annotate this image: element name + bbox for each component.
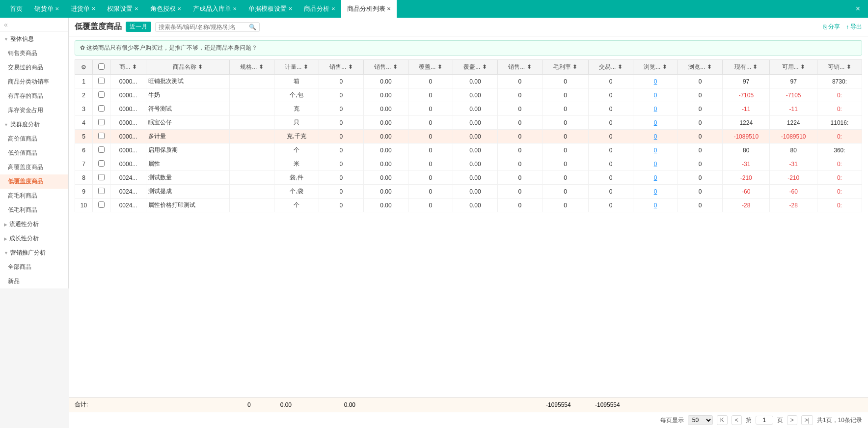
column-gross-margin[interactable]: 毛利率 ⬍ <box>542 60 588 75</box>
nav-sales-order[interactable]: 销货单 × <box>28 0 65 18</box>
sidebar-item-new-goods[interactable]: 新品 <box>0 274 68 288</box>
column-name[interactable]: 商品名称 ⬍ <box>146 60 230 75</box>
sidebar-item-in-stock-goods[interactable]: 有库存的商品 <box>0 89 68 103</box>
content-header: 低覆盖度商品 近一月 🔍 ⎘ 分享 ↑ 导出 <box>69 18 868 36</box>
cell-available-stock: -11 <box>770 102 817 116</box>
column-trade[interactable]: 交易... ⬍ <box>589 60 633 75</box>
cell-sales-amt: 0.00 <box>363 199 408 212</box>
cell-cover1: 0 <box>408 199 453 212</box>
column-sales-amt[interactable]: 销售... ⬍ <box>363 60 408 75</box>
row-checkbox[interactable] <box>98 105 105 112</box>
row-checkbox[interactable] <box>98 160 105 167</box>
sidebar-item-low-value[interactable]: 低价值商品 <box>0 146 68 160</box>
nav-product-warehouse[interactable]: 产成品入库单 × <box>187 0 243 18</box>
footer-cells: 0 0.00 0.00 -1095554 -1095554 <box>92 401 862 408</box>
cell-spec <box>229 199 274 212</box>
select-all-checkbox[interactable] <box>98 63 105 70</box>
sidebar-item-capital-occupation[interactable]: 库存资金占用 <box>0 103 68 117</box>
row-checkbox[interactable] <box>98 78 105 84</box>
page-size-select[interactable]: 50 100 200 <box>688 415 713 425</box>
first-page-btn[interactable]: K <box>717 415 728 425</box>
sidebar-section-cluster[interactable]: ▼ 类群度分析 <box>0 117 68 132</box>
pagination: 每页显示 50 100 200 K < 第 页 > >| 共1页，10条记录 <box>69 412 868 428</box>
cell-browse1[interactable]: 0 <box>633 199 678 212</box>
cell-unit: 米 <box>274 157 319 171</box>
current-page-input[interactable] <box>756 416 773 425</box>
nav-product-analysis[interactable]: 商品分析 × <box>298 0 341 18</box>
sidebar-section-marketing[interactable]: ▼ 营销推广分析 <box>0 246 68 260</box>
sidebar-item-sales-goods[interactable]: 销售类商品 <box>0 46 68 60</box>
column-browse1[interactable]: 浏览... ⬍ <box>633 60 678 75</box>
cell-gross-margin: 0 <box>542 143 588 157</box>
column-sales-count[interactable]: 销售... ⬍ <box>497 60 542 75</box>
cell-name: 多计量 <box>146 130 230 143</box>
search-input[interactable] <box>159 24 247 30</box>
column-spec[interactable]: 规格... ⬍ <box>229 60 274 75</box>
share-button[interactable]: ⎘ 分享 <box>823 23 840 31</box>
nav-product-analysis-list[interactable]: 商品分析列表 × <box>341 0 397 18</box>
cell-browse1[interactable]: 0 <box>633 171 678 185</box>
cell-browse1[interactable]: 0 <box>633 143 678 157</box>
column-cover2[interactable]: 覆盖... ⬍ <box>453 60 497 75</box>
column-available-stock[interactable]: 可用... ⬍ <box>770 60 817 75</box>
column-sales-qty[interactable]: 销售... ⬍ <box>319 60 363 75</box>
column-browse2[interactable]: 浏览... ⬍ <box>678 60 723 75</box>
cell-sales-amt: 0.00 <box>363 171 408 185</box>
cell-cover1: 0 <box>408 157 453 171</box>
next-page-btn[interactable]: > <box>787 415 797 425</box>
nav-home[interactable]: 首页 <box>4 0 28 18</box>
column-settings[interactable]: ⚙ <box>75 60 93 75</box>
cell-browse1[interactable]: 0 <box>633 157 678 171</box>
sidebar-item-high-gross[interactable]: 高毛利商品 <box>0 189 68 203</box>
row-checkbox[interactable] <box>98 133 105 139</box>
period-button[interactable]: 近一月 <box>126 22 151 32</box>
row-checkbox[interactable] <box>98 91 105 98</box>
sidebar-section-growth[interactable]: ▶ 成长性分析 <box>0 231 68 246</box>
cell-spec <box>229 88 274 102</box>
sidebar-item-low-gross[interactable]: 低毛利商品 <box>0 203 68 217</box>
sidebar-item-traded-goods[interactable]: 交易过的商品 <box>0 60 68 75</box>
sidebar-item-category-turnover[interactable]: 商品分类动销率 <box>0 75 68 89</box>
column-current-stock[interactable]: 现有... ⬍ <box>723 60 770 75</box>
cell-browse1[interactable]: 0 <box>633 185 678 199</box>
nav-permission-settings[interactable]: 权限设置 × <box>101 0 144 18</box>
row-checkbox[interactable] <box>98 174 105 180</box>
cell-browse1[interactable]: 0 <box>633 116 678 130</box>
row-checkbox[interactable] <box>98 119 105 125</box>
cell-current-stock: -31 <box>723 157 770 171</box>
cell-browse1[interactable]: 0 <box>633 130 678 143</box>
nav-role-auth[interactable]: 角色授权 × <box>144 0 187 18</box>
row-checkbox[interactable] <box>98 146 105 153</box>
cell-current-stock: 1224 <box>723 116 770 130</box>
column-unit[interactable]: 计量... ⬍ <box>274 60 319 75</box>
cell-trade: 0 <box>589 199 633 212</box>
search-icon[interactable]: 🔍 <box>249 24 256 30</box>
cell-browse1[interactable]: 0 <box>633 102 678 116</box>
export-button[interactable]: ↑ 导出 <box>846 23 862 31</box>
sidebar-item-high-coverage[interactable]: 高覆盖度商品 <box>0 160 68 174</box>
cell-cover2: 0.00 <box>453 130 497 143</box>
sidebar-item-low-coverage[interactable]: 低覆盖度商品 <box>0 174 68 189</box>
cell-unit: 个 <box>274 199 319 212</box>
column-cover1[interactable]: 覆盖... ⬍ <box>408 60 453 75</box>
row-checkbox[interactable] <box>98 201 105 208</box>
nav-template-settings[interactable]: 单据模板设置 × <box>243 0 298 18</box>
prev-page-btn[interactable]: < <box>732 415 742 425</box>
sidebar-section-liquidity[interactable]: ▶ 流通性分析 <box>0 217 68 231</box>
sidebar-item-high-value[interactable]: 高价值商品 <box>0 132 68 146</box>
sidebar-section-overall[interactable]: ▼ 整体信息 <box>0 32 68 46</box>
sidebar-collapse-btn[interactable]: « <box>4 21 8 29</box>
cell-browse1[interactable]: 0 <box>633 88 678 102</box>
column-code[interactable]: 商... ⬍ <box>110 60 146 75</box>
cell-unit: 个,袋 <box>274 185 319 199</box>
row-checkbox[interactable] <box>98 188 105 194</box>
nav-purchase-order[interactable]: 进货单 × <box>65 0 101 18</box>
close-all-tabs[interactable]: × <box>852 4 864 13</box>
cell-browse1[interactable]: 0 <box>633 75 678 88</box>
cell-spec <box>229 130 274 143</box>
column-saleable[interactable]: 可销... ⬍ <box>817 60 862 75</box>
last-page-btn[interactable]: >| <box>801 415 813 425</box>
cell-trade: 0 <box>589 102 633 116</box>
sidebar-item-all-goods[interactable]: 全部商品 <box>0 260 68 274</box>
cell-cover1: 0 <box>408 130 453 143</box>
